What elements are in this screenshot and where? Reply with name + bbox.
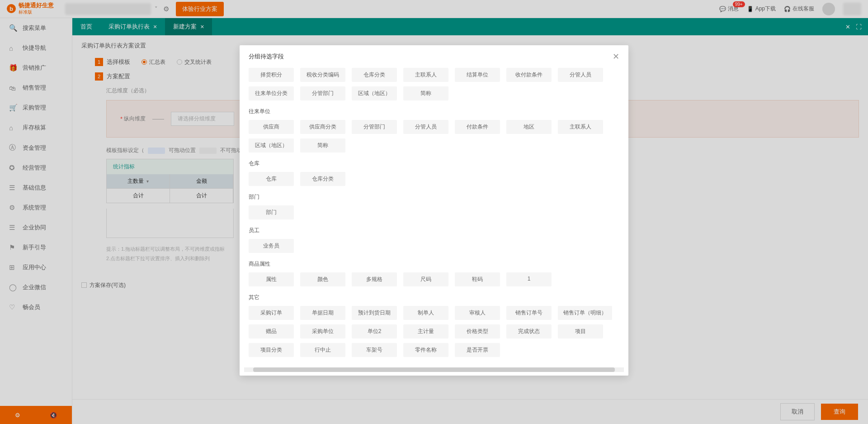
modal-overlay[interactable]: 分组待选字段 ✕ 择货积分税收分类编码仓库分类主联系人结算单位收付款条件分管人员… — [0, 0, 868, 424]
field-selector-modal: 分组待选字段 ✕ 择货积分税收分类编码仓库分类主联系人结算单位收付款条件分管人员… — [240, 45, 628, 376]
field-chip[interactable]: 分管人员 — [558, 68, 603, 82]
field-chip[interactable]: 销售订单号 — [506, 306, 552, 320]
field-chip[interactable]: 业务员 — [249, 239, 294, 253]
field-chip[interactable]: 车架号 — [352, 343, 397, 357]
field-chip[interactable]: 分管部门 — [352, 120, 397, 134]
field-chip[interactable]: 赠品 — [249, 324, 294, 338]
field-group-title: 其它 — [249, 294, 619, 301]
field-chip[interactable]: 收付款条件 — [506, 68, 552, 82]
field-chip[interactable]: 审核人 — [455, 306, 500, 320]
field-group-title: 仓库 — [249, 160, 619, 167]
field-row: 项目分类行中止车架号零件名称是否开票 — [249, 343, 619, 357]
field-chip[interactable]: 属性 — [249, 272, 294, 286]
field-chip[interactable]: 主联系人 — [403, 68, 448, 82]
field-chip[interactable]: 完成状态 — [506, 324, 552, 338]
field-row: 赠品采购单位单位2主计量价格类型完成状态项目 — [249, 324, 619, 338]
field-chip[interactable]: 主计量 — [403, 324, 448, 338]
field-chip[interactable]: 简称 — [300, 138, 345, 152]
field-chip[interactable]: 往来单位分类 — [249, 86, 294, 100]
field-chip[interactable]: 结算单位 — [455, 68, 500, 82]
field-chip[interactable]: 鞋码 — [455, 272, 500, 286]
field-chip[interactable]: 销售订单（明细） — [558, 306, 612, 320]
field-chip[interactable]: 1 — [506, 272, 552, 286]
field-chip[interactable]: 单位2 — [352, 324, 397, 338]
field-row: 往来单位分类分管部门区域（地区）简称 — [249, 86, 619, 100]
field-chip[interactable]: 采购单位 — [300, 324, 345, 338]
field-chip[interactable]: 项目 — [558, 324, 603, 338]
field-row: 仓库仓库分类 — [249, 172, 619, 186]
field-chip[interactable]: 多规格 — [352, 272, 397, 286]
field-group-title: 商品属性 — [249, 260, 619, 268]
close-icon[interactable]: ✕ — [613, 52, 619, 62]
field-chip[interactable]: 择货积分 — [249, 68, 294, 82]
field-chip[interactable]: 采购订单 — [249, 306, 294, 320]
field-chip[interactable]: 供应商分类 — [300, 120, 345, 134]
field-group-title: 部门 — [249, 193, 619, 201]
horizontal-scrollbar[interactable] — [244, 367, 624, 372]
field-chip[interactable]: 行中止 — [300, 343, 345, 357]
field-chip[interactable]: 单据日期 — [300, 306, 345, 320]
field-chip[interactable]: 仓库分类 — [300, 172, 345, 186]
field-group-title: 往来单位 — [249, 108, 619, 115]
field-chip[interactable]: 付款条件 — [455, 120, 500, 134]
field-chip[interactable]: 预计到货日期 — [352, 306, 397, 320]
field-row: 属性颜色多规格尺码鞋码1 — [249, 272, 619, 286]
field-chip[interactable]: 区域（地区） — [249, 138, 294, 152]
field-chip[interactable]: 简称 — [403, 86, 448, 100]
field-chip[interactable]: 制单人 — [403, 306, 448, 320]
field-row: 择货积分税收分类编码仓库分类主联系人结算单位收付款条件分管人员 — [249, 68, 619, 82]
field-chip[interactable]: 主联系人 — [558, 120, 603, 134]
field-chip[interactable]: 仓库分类 — [352, 68, 397, 82]
field-chip[interactable]: 区域（地区） — [352, 86, 397, 100]
field-chip[interactable]: 价格类型 — [455, 324, 500, 338]
modal-title: 分组待选字段 — [249, 52, 284, 61]
field-chip[interactable]: 地区 — [506, 120, 552, 134]
field-chip[interactable]: 供应商 — [249, 120, 294, 134]
field-chip[interactable]: 分管人员 — [403, 120, 448, 134]
field-chip[interactable]: 仓库 — [249, 172, 294, 186]
field-chip[interactable]: 部门 — [249, 205, 294, 219]
field-row: 部门 — [249, 205, 619, 219]
field-chip[interactable]: 颜色 — [300, 272, 345, 286]
field-row: 采购订单单据日期预计到货日期制单人审核人销售订单号销售订单（明细） — [249, 306, 619, 320]
field-chip[interactable]: 尺码 — [403, 272, 448, 286]
field-group-title: 员工 — [249, 227, 619, 234]
field-chip[interactable]: 是否开票 — [455, 343, 500, 357]
field-chip[interactable]: 分管部门 — [300, 86, 345, 100]
field-row: 业务员 — [249, 239, 619, 253]
field-row: 区域（地区）简称 — [249, 138, 619, 152]
field-chip[interactable]: 项目分类 — [249, 343, 294, 357]
field-chip[interactable]: 零件名称 — [403, 343, 448, 357]
field-chip[interactable]: 税收分类编码 — [300, 68, 345, 82]
field-row: 供应商供应商分类分管部门分管人员付款条件地区主联系人 — [249, 120, 619, 134]
